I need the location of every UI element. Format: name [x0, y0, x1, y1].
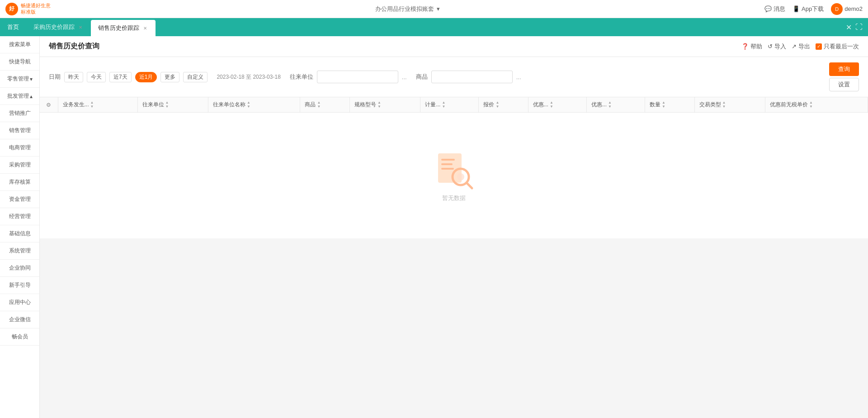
counterparty-input[interactable]	[317, 71, 398, 83]
user-avatar[interactable]: D demo2	[831, 3, 863, 15]
sort-arrows-discount2[interactable]: ▲ ▼	[608, 101, 612, 109]
col-quote: 报价 ▲ ▼	[479, 97, 528, 113]
goods-input[interactable]	[431, 71, 513, 83]
col-biz-date: 业务发生... ▲ ▼	[58, 97, 137, 113]
sidebar-item-enterprise-coop[interactable]: 企业协同	[0, 260, 39, 277]
export-btn[interactable]: ↗ 导出	[792, 43, 810, 51]
sidebar-item-operations[interactable]: 经营管理	[0, 208, 39, 225]
sort-arrows-unit[interactable]: ▲ ▼	[442, 101, 445, 109]
export-icon: ↗	[792, 43, 797, 50]
date-label: 日期	[49, 73, 61, 81]
filter-area: 日期 昨天 今天 近7天 近1月 更多 自定义 2023-02-18 至 202…	[40, 57, 868, 97]
svg-line-5	[467, 183, 472, 188]
tab-purchase-close[interactable]: ✕	[77, 24, 84, 30]
counterparty-dots[interactable]: ...	[402, 74, 407, 81]
sort-arrows-biz-date[interactable]: ▲ ▼	[90, 101, 94, 109]
date-range-text: 2023-02-18 至 2023-03-18	[217, 73, 280, 81]
filter-row: 日期 昨天 今天 近7天 近1月 更多 自定义 2023-02-18 至 202…	[49, 62, 859, 91]
col-discount1: 优惠... ▲ ▼	[528, 97, 586, 113]
query-button[interactable]: 查询	[829, 62, 859, 76]
col-settings[interactable]: ⚙	[40, 97, 58, 113]
sort-arrows-discount1[interactable]: ▲ ▼	[550, 101, 553, 109]
date-btn-today[interactable]: 今天	[87, 72, 106, 82]
close-all-tabs-btn[interactable]: ✕	[846, 23, 852, 32]
top-bar-left: 好 畅捷通好生意 标准版	[5, 3, 51, 15]
sidebar-item-quick-nav[interactable]: 快捷导航	[0, 53, 39, 71]
goods-dots[interactable]: ...	[516, 74, 521, 81]
goods-label: 商品	[416, 73, 428, 81]
date-btn-1month[interactable]: 近1月	[135, 72, 157, 82]
industry-selector[interactable]: 办公用品行业模拟账套 ▾	[375, 5, 440, 13]
tab-sales[interactable]: 销售历史价跟踪 ✕	[91, 20, 156, 36]
logo-area: 好 畅捷通好生意 标准版	[5, 3, 51, 15]
sort-arrows-spec[interactable]: ▲ ▼	[377, 101, 381, 109]
goods-filter-group: 商品 ...	[416, 71, 521, 83]
date-btn-custom[interactable]: 自定义	[183, 72, 208, 82]
logo-icon: 好	[5, 3, 18, 15]
avatar: D	[831, 3, 843, 15]
col-unit: 计量... ▲ ▼	[420, 97, 479, 113]
chevron-down-icon: ▾	[30, 76, 33, 82]
sidebar-item-inventory[interactable]: 库存核算	[0, 174, 39, 191]
only-last-checkbox[interactable]: ✓ 只看最后一次	[816, 43, 859, 51]
sidebar-item-search-menu[interactable]: 搜索菜单	[0, 36, 39, 53]
date-btn-more[interactable]: 更多	[160, 72, 179, 82]
date-btn-yesterday[interactable]: 昨天	[64, 72, 83, 82]
sidebar-item-retail[interactable]: 零售管理 ▾	[0, 71, 39, 88]
sidebar-item-new-guide[interactable]: 新手引导	[0, 277, 39, 294]
col-discount2: 优惠... ▲ ▼	[587, 97, 645, 113]
sort-arrows-trade-type[interactable]: ▲ ▼	[722, 101, 726, 109]
top-right: 💬 消息 📱 App下载 D demo2	[764, 3, 863, 15]
sort-arrows-cp-name[interactable]: ▲ ▼	[247, 101, 250, 109]
app-download-btn[interactable]: 📱 App下载	[793, 5, 824, 13]
sidebar-item-enterprise-wechat[interactable]: 企业微信	[0, 311, 39, 328]
help-btn[interactable]: ❓ 帮助	[741, 43, 762, 51]
chevron-up-icon: ▴	[30, 93, 33, 100]
table-header-row: ⚙ 业务发生... ▲ ▼	[40, 97, 868, 113]
sidebar-item-basic-info[interactable]: 基础信息	[0, 225, 39, 242]
sidebar-item-system[interactable]: 系统管理	[0, 242, 39, 260]
svg-rect-3	[441, 168, 454, 170]
sidebar-item-wholesale[interactable]: 批发管理 ▴	[0, 88, 39, 105]
settings-button[interactable]: 设置	[829, 78, 859, 91]
top-bar: 好 畅捷通好生意 标准版 办公用品行业模拟账套 ▾ 💬 消息 📱 App下载 D…	[0, 0, 868, 18]
filter-actions: 查询 设置	[829, 62, 859, 91]
page-title: 销售历史价查询	[49, 42, 99, 51]
table-container: ⚙ 业务发生... ▲ ▼	[40, 97, 868, 238]
expand-btn[interactable]: ⛶	[855, 23, 863, 31]
settings-gear-icon[interactable]: ⚙	[46, 102, 51, 108]
sort-arrows-pre-tax-price[interactable]: ▲ ▼	[809, 101, 813, 109]
tab-purchase[interactable]: 采购历史价跟踪 ✕	[26, 18, 91, 36]
sidebar-item-vip[interactable]: 畅会员	[0, 328, 39, 346]
message-btn[interactable]: 💬 消息	[764, 5, 785, 13]
date-range-group: 2023-02-18 至 2023-03-18	[217, 73, 280, 81]
sidebar-item-ecommerce[interactable]: 电商管理	[0, 139, 39, 157]
phone-icon: 📱	[793, 5, 800, 12]
tab-sales-close[interactable]: ✕	[142, 25, 148, 31]
sidebar-item-marketing[interactable]: 营销推广	[0, 105, 39, 122]
sidebar-item-purchase[interactable]: 采购管理	[0, 157, 39, 174]
table-header: ⚙ 业务发生... ▲ ▼	[40, 97, 868, 113]
col-goods: 商品 ▲ ▼	[300, 97, 349, 113]
sort-arrows-quantity[interactable]: ▲ ▼	[662, 101, 665, 109]
sidebar-item-finance[interactable]: 资金管理	[0, 191, 39, 208]
sidebar-item-app-center[interactable]: 应用中心	[0, 294, 39, 311]
import-btn[interactable]: ↺ 导入	[768, 43, 786, 51]
counterparty-label: 往来单位	[290, 73, 313, 81]
empty-illustration	[431, 149, 476, 194]
col-counterparty-code: 往来单位 ▲ ▼	[137, 97, 208, 113]
checkbox-icon: ✓	[816, 43, 822, 50]
import-icon: ↺	[768, 43, 773, 50]
col-pre-tax-price: 优惠前无税单价 ▲ ▼	[765, 97, 868, 113]
message-icon: 💬	[764, 5, 772, 12]
tab-home[interactable]: 首页	[0, 18, 26, 36]
tab-bar-actions: ✕ ⛶	[846, 23, 868, 32]
sort-arrows-goods[interactable]: ▲ ▼	[317, 101, 321, 109]
sort-arrows-cp-code[interactable]: ▲ ▼	[165, 101, 169, 109]
sidebar-item-sales-mgmt[interactable]: 销售管理	[0, 122, 39, 139]
sort-arrows-quote[interactable]: ▲ ▼	[495, 101, 499, 109]
svg-rect-1	[441, 159, 455, 161]
date-btn-7days[interactable]: 近7天	[109, 72, 132, 82]
page-actions: ❓ 帮助 ↺ 导入 ↗ 导出 ✓ 只看最后一次	[741, 43, 859, 51]
dropdown-arrow-icon: ▾	[437, 5, 440, 12]
